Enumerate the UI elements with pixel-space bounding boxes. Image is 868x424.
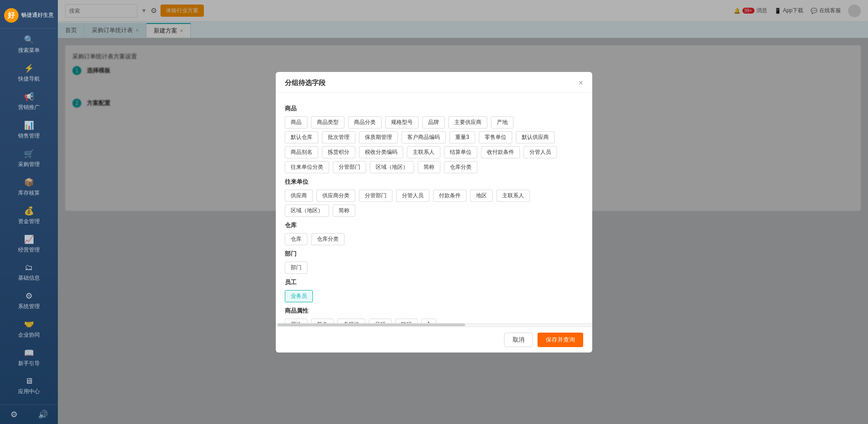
tag-goods-customercode[interactable]: 客户商品编码: [401, 131, 446, 143]
tag-goods-alias[interactable]: 商品别名: [285, 146, 318, 158]
section-title-warehouse: 仓库: [285, 221, 583, 229]
sidebar-item-marketing[interactable]: 📢 营销推广: [0, 87, 58, 116]
cancel-button[interactable]: 取消: [504, 333, 533, 347]
tag-goods-shortname[interactable]: 简称: [418, 161, 440, 173]
step1-badge: 1: [72, 66, 81, 75]
download-icon: 📱: [774, 8, 781, 14]
avatar[interactable]: [848, 5, 861, 17]
tag-attr-color[interactable]: 颜色: [311, 319, 334, 324]
sidebar-item-finance-label: 资金管理: [18, 218, 40, 225]
tag-attr-multispec[interactable]: 多规格: [337, 319, 365, 324]
tag-attr-1[interactable]: 1: [421, 319, 436, 324]
tab-home[interactable]: 首页: [58, 23, 85, 38]
service-item[interactable]: 💬 在线客服: [811, 7, 841, 14]
guide-icon: 📖: [24, 348, 34, 358]
tag-goods-manager[interactable]: 分管人员: [524, 146, 557, 158]
tag-goods-retailunit[interactable]: 零售单位: [479, 131, 512, 143]
modal-body: 商品 商品 商品类型 商品分类 规格型号 品牌 主要供应商 产地 默认仓库 批次…: [276, 93, 592, 324]
sidebar-item-sales[interactable]: 📊 销售管理: [0, 116, 58, 144]
operations-icon: 📈: [24, 234, 34, 244]
tag-goods-counterpartycategory[interactable]: 往来单位分类: [285, 161, 329, 173]
tag-goods-pickpoints[interactable]: 拣货积分: [322, 146, 355, 158]
tag-goods-taxcode[interactable]: 税收分类编码: [359, 146, 403, 158]
finance-icon: 💰: [24, 206, 34, 216]
tag-goods-mainsupplier[interactable]: 主要供应商: [448, 116, 487, 129]
tag-cp-manager[interactable]: 分管人员: [396, 190, 429, 202]
sidebar-item-finance[interactable]: 💰 资金管理: [0, 201, 58, 230]
experience-btn[interactable]: 体验行业方案: [160, 5, 204, 17]
sidebar-item-basic[interactable]: 🗂 基础信息: [0, 258, 58, 286]
tag-goods-goods[interactable]: 商品: [285, 116, 307, 129]
sidebar-item-inventory-label: 库存核算: [18, 189, 40, 197]
goods-tags-row4: 往来单位分类 分管部门 区域（地区） 简称 仓库分类: [285, 161, 583, 173]
sidebar-item-appcenter[interactable]: 🖥 应用中心: [0, 372, 58, 400]
download-item[interactable]: 📱 App下载: [774, 7, 803, 14]
collab-icon: 🤝: [24, 319, 34, 329]
settings-bottom-icon[interactable]: ⚙: [10, 410, 18, 419]
tag-dept-dept[interactable]: 部门: [285, 262, 307, 274]
tag-wh-category[interactable]: 仓库分类: [311, 233, 344, 245]
sidebar-item-quicknav[interactable]: ⚡ 快捷导航: [0, 59, 58, 87]
tag-goods-brand[interactable]: 品牌: [422, 116, 445, 129]
tag-goods-settlementunit[interactable]: 结算单位: [444, 146, 477, 158]
sidebar-item-guide[interactable]: 📖 新手引导: [0, 343, 58, 372]
tag-cp-dept[interactable]: 分管部门: [359, 190, 392, 202]
avatar-icon: [848, 5, 861, 17]
sidebar-item-purchase[interactable]: 🛒 采购管理: [0, 144, 58, 173]
tag-attr-shoesize[interactable]: 鞋码: [395, 319, 418, 324]
sidebar-item-search[interactable]: 🔍 搜索菜单: [0, 30, 58, 59]
tag-goods-weight[interactable]: 重量3: [449, 131, 475, 143]
tag-cp-paymentterms[interactable]: 付款条件: [433, 190, 467, 202]
tag-goods-category[interactable]: 商品分类: [348, 116, 382, 129]
modal-close-button[interactable]: ×: [578, 78, 583, 88]
tag-goods-warehousecategory[interactable]: 仓库分类: [444, 161, 477, 173]
tag-attr-size[interactable]: 尺码: [369, 319, 392, 324]
tag-goods-dept[interactable]: 分管部门: [333, 161, 366, 173]
header-right: 🔔 99+ 消息 📱 App下载 💬 在线客服: [734, 5, 861, 17]
tag-goods-defaultwarehouse[interactable]: 默认仓库: [285, 131, 318, 143]
sidebar-item-inventory[interactable]: 📦 库存核算: [0, 173, 58, 201]
modal-header: 分组待选字段 ×: [276, 72, 592, 93]
tab-new-plan[interactable]: 新建方案 ×: [146, 23, 191, 38]
tag-goods-defaultsupplier[interactable]: 默认供应商: [516, 131, 555, 143]
save-query-button[interactable]: 保存并查询: [538, 333, 583, 347]
sidebar-item-collab[interactable]: 🤝 企业协同: [0, 315, 58, 343]
tag-attr-attribute[interactable]: 属性: [285, 319, 307, 324]
field-select-modal: 分组待选字段 × 商品 商品 商品类型 商品分类 规格型号 品牌 主要供应商 产…: [276, 72, 592, 353]
gear-icon[interactable]: ⚙: [151, 6, 157, 15]
sidebar-item-system[interactable]: ⚙ 系统管理: [0, 286, 58, 315]
tag-goods-spectype[interactable]: 规格型号: [385, 116, 419, 129]
tag-goods-paymentterms[interactable]: 收付款条件: [481, 146, 520, 158]
tag-goods-maincontact[interactable]: 主联系人: [407, 146, 440, 158]
employee-tags-row1: 业务员: [285, 290, 583, 302]
purchase-icon: 🛒: [24, 149, 34, 159]
tag-goods-batchmgmt[interactable]: 批次管理: [322, 131, 355, 143]
tab-new-plan-close[interactable]: ×: [180, 28, 183, 34]
notification-icon: 🔔: [734, 8, 741, 14]
step1-label: 选择模板: [87, 67, 110, 75]
volume-icon[interactable]: 🔊: [38, 410, 48, 419]
tab-new-plan-label: 新建方案: [154, 27, 177, 35]
search-input[interactable]: [65, 4, 137, 18]
sidebar-item-operations[interactable]: 📈 经营管理: [0, 230, 58, 258]
tag-cp-region[interactable]: 地区: [470, 190, 493, 202]
tag-cp-maincontact[interactable]: 主联系人: [496, 190, 530, 202]
tab-purchase-stats[interactable]: 采购订单统计表 ×: [85, 23, 146, 38]
tag-cp-suppliercategory[interactable]: 供应商分类: [316, 190, 355, 202]
counterparty-tags-row2: 区域（地区） 简称: [285, 205, 583, 217]
modal-horizontal-scrollbar[interactable]: [276, 323, 592, 326]
tag-goods-qualitymgmt[interactable]: 保质期管理: [359, 131, 398, 143]
tag-wh-warehouse[interactable]: 仓库: [285, 233, 307, 245]
tag-goods-region[interactable]: 区域（地区）: [370, 161, 414, 173]
quicknav-icon: ⚡: [24, 63, 34, 73]
tag-cp-shortname[interactable]: 简称: [333, 205, 355, 217]
sidebar-item-wechat[interactable]: 💬 企业微信: [0, 400, 58, 405]
tag-cp-supplier[interactable]: 供应商: [285, 190, 313, 202]
tag-cp-regionarea[interactable]: 区域（地区）: [285, 205, 329, 217]
notification-item[interactable]: 🔔 99+ 消息: [734, 7, 767, 14]
section-title-dept: 部门: [285, 250, 583, 258]
tag-goods-origin[interactable]: 产地: [491, 116, 514, 129]
tab-purchase-stats-close[interactable]: ×: [136, 27, 139, 33]
tag-emp-salesperson[interactable]: 业务员: [285, 290, 313, 302]
tag-goods-type[interactable]: 商品类型: [311, 116, 344, 129]
